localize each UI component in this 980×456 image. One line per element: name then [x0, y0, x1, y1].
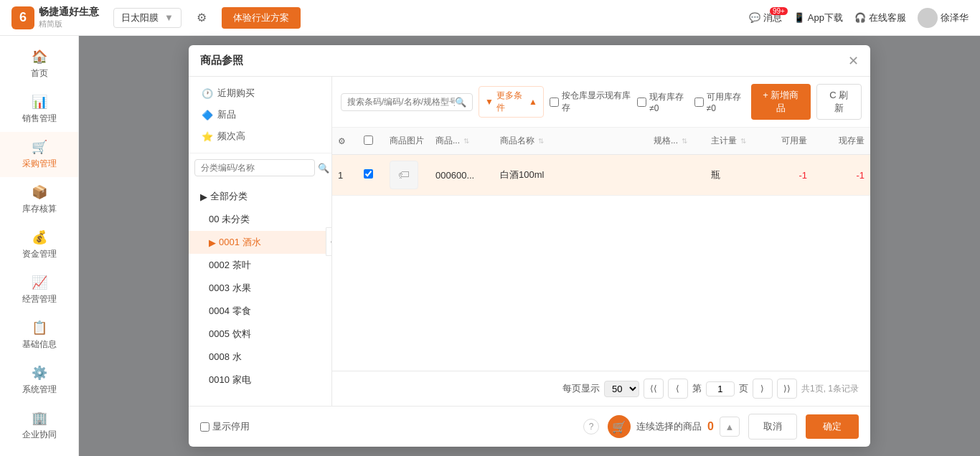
cart-collapse-btn[interactable]: ▲	[720, 417, 740, 437]
sidebar-label-basic-info: 基础信息	[22, 338, 57, 351]
sidebar-item-inventory[interactable]: 📦 库存核算	[0, 177, 78, 222]
gear-icon: ⚙	[197, 11, 207, 24]
store-selector[interactable]: 日太阳膜 ▼	[113, 8, 182, 28]
content-area: 商品参照 ✕ 🕐 近期购买 🔷	[79, 36, 980, 456]
category-snack[interactable]: 0004 零食	[189, 300, 331, 323]
td-product-spec	[648, 155, 705, 196]
sort-name-icon[interactable]: ⇅	[538, 137, 544, 145]
modal-close-button[interactable]: ✕	[848, 54, 859, 67]
expand-icon: ▶	[200, 191, 207, 202]
user-area[interactable]: 徐泽华	[918, 8, 969, 28]
filter-icon: ▼	[485, 97, 494, 107]
sidebar-label-operations: 经营管理	[22, 293, 57, 305]
tab-new-product[interactable]: 🔷 新品	[194, 104, 326, 125]
cancel-button[interactable]: 取消	[748, 414, 797, 440]
sidebar-item-basic-info[interactable]: 📋 基础信息	[0, 313, 78, 358]
th-stock: 现存量	[813, 128, 870, 155]
category-0008-label: 0008 水	[209, 351, 242, 364]
star-icon: ⭐	[202, 131, 213, 142]
tab-high-freq[interactable]: ⭐ 频次高	[194, 125, 326, 147]
modal-right-panel: 🔍 ▼ 更多条件 ▲ 按仓库显示现有库存	[332, 77, 870, 406]
checkbox-warehouse-input[interactable]	[550, 98, 559, 107]
experience-button[interactable]: 体验行业方案	[222, 7, 301, 29]
checkbox-available-nonzero[interactable]: 可用库存≠0	[694, 91, 746, 113]
settings-icon-btn[interactable]: ⚙	[189, 5, 215, 31]
category-all[interactable]: ▶ 全部分类	[189, 185, 331, 208]
sidebar-item-home[interactable]: 🏠 首页	[0, 42, 78, 87]
td-product-stock: -1	[813, 155, 870, 196]
checkbox-warehouse-label: 按仓库显示现有库存	[562, 90, 631, 114]
sidebar-item-guide[interactable]: 🎓 新手引导	[0, 448, 78, 456]
category-water[interactable]: 0008 水	[189, 346, 331, 369]
category-list: ▶ 全部分类 00 未分类 ▶ 0001 酒水 0002 茶	[189, 182, 331, 406]
category-tea[interactable]: 0002 茶叶	[189, 254, 331, 277]
modal-search-actions: + 新增商品 C 刷新	[751, 84, 862, 120]
td-product-img: 🏷	[384, 155, 430, 196]
left-panel-collapse-btn[interactable]: «	[326, 227, 332, 256]
left-tabs-area: 🕐 近期购买 🔷 新品 ⭐ 频次高	[189, 77, 331, 153]
store-dropdown-arrow: ▼	[164, 12, 174, 23]
confirm-button[interactable]: 确定	[806, 414, 859, 439]
app-download-btn[interactable]: 📱 App下载	[793, 11, 843, 24]
category-search-icon[interactable]: 🔍	[318, 163, 329, 174]
last-page-btn[interactable]: ⟩⟩	[777, 379, 797, 399]
add-product-button[interactable]: + 新增商品	[751, 84, 810, 120]
checkbox-warehouse[interactable]: 按仓库显示现有库存	[550, 90, 631, 114]
sidebar-item-purchase[interactable]: 🛒 采购管理	[0, 132, 78, 177]
row-checkbox[interactable]	[364, 169, 373, 179]
category-unclassified[interactable]: 00 未分类	[189, 208, 331, 231]
td-row-num: 1	[332, 155, 358, 196]
category-beverage[interactable]: 0005 饮料	[189, 323, 331, 346]
footer-right-area: ? 🛒 连续选择的商品 0 ▲ 取消 确定	[583, 414, 859, 440]
sidebar-item-operations[interactable]: 📈 经营管理	[0, 267, 78, 313]
finance-icon: 💰	[32, 229, 47, 245]
sidebar-label-system: 系统管理	[22, 384, 57, 396]
category-fruit[interactable]: 0003 水果	[189, 277, 331, 300]
tab-recent-purchase[interactable]: 🕐 近期购买	[194, 82, 326, 104]
operations-icon: 📈	[32, 275, 47, 290]
sidebar-item-finance[interactable]: 💰 资金管理	[0, 222, 78, 267]
new-icon: 🔷	[202, 110, 213, 120]
checkbox-available-nonzero-input[interactable]	[694, 98, 704, 107]
category-0005-label: 0005 饮料	[209, 328, 251, 341]
avatar	[918, 8, 938, 28]
show-disabled-checkbox[interactable]: 显示停用	[200, 420, 250, 433]
sidebar-item-sales[interactable]: 📊 销售管理	[0, 87, 78, 132]
category-00-label: 00 未分类	[209, 213, 250, 226]
help-icon[interactable]: ?	[583, 419, 599, 434]
filter-button[interactable]: ▼ 更多条件 ▲	[479, 86, 544, 118]
td-product-name: 白酒100ml	[494, 155, 648, 196]
system-icon: ⚙️	[32, 365, 47, 381]
nav-right-area: 💬 消息 99+ 📱 App下载 🎧 在线客服 徐泽华	[749, 8, 969, 28]
category-wine[interactable]: ▶ 0001 酒水	[189, 231, 331, 254]
sales-icon: 📊	[32, 94, 47, 110]
sort-spec-icon[interactable]: ⇅	[682, 137, 687, 145]
next-page-btn[interactable]: ⟩	[753, 379, 773, 399]
checkbox-nonzero-stock-input[interactable]	[637, 98, 646, 107]
page-number-input[interactable]	[706, 381, 735, 396]
online-service-label: 在线客服	[869, 11, 906, 24]
product-search-input[interactable]	[347, 97, 455, 107]
sidebar-item-system[interactable]: ⚙️ 系统管理	[0, 358, 78, 403]
checkbox-nonzero-stock[interactable]: 现有库存≠0	[637, 91, 689, 113]
online-service-btn[interactable]: 🎧 在线客服	[854, 11, 906, 24]
refresh-button[interactable]: C 刷新	[816, 84, 862, 120]
logo-text: 畅捷通好生意 精简版	[39, 6, 99, 29]
sidebar-item-enterprise[interactable]: 🏢 企业协同	[0, 403, 78, 448]
brand-name: 畅捷通好生意	[39, 6, 99, 19]
modal-body: 🕐 近期购买 🔷 新品 ⭐ 频次高	[189, 77, 870, 406]
table-row[interactable]: 1 🏷	[332, 155, 870, 196]
phone-icon: 📱	[793, 12, 805, 23]
page-size-select[interactable]: 50	[604, 381, 639, 397]
messages-btn[interactable]: 💬 消息 99+	[749, 11, 782, 24]
prev-page-btn[interactable]: ⟨	[668, 379, 688, 399]
sort-unit-icon[interactable]: ⇅	[740, 137, 746, 145]
first-page-btn[interactable]: ⟨⟨	[644, 379, 664, 399]
select-all-checkbox[interactable]	[364, 136, 373, 145]
product-table: ⚙ 商品图片	[332, 128, 870, 371]
sort-code-icon[interactable]: ⇅	[463, 137, 469, 145]
show-disabled-input[interactable]	[200, 422, 209, 432]
sidebar-label-purchase: 采购管理	[22, 158, 57, 170]
category-search-input[interactable]	[194, 159, 315, 176]
category-appliance[interactable]: 0010 家电	[189, 369, 331, 391]
